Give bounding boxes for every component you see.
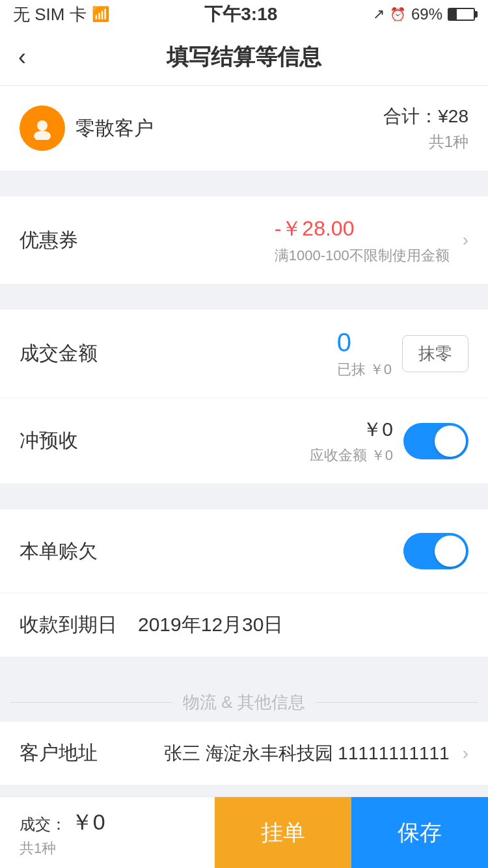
save-button[interactable]: 保存 [351, 797, 488, 869]
logistics-section: 物流 & 其他信息 客户地址 张三 海淀永丰科技园 11111111111 › [0, 683, 488, 785]
coupon-right: -￥28.00 满1000-100不限制使用金额 › [275, 215, 468, 265]
customer-total: 合计：¥28 [383, 104, 468, 129]
coupon-section: 优惠券 -￥28.00 满1000-100不限制使用金额 › [0, 197, 488, 284]
battery-label: 69% [411, 5, 442, 23]
bottom-bar: 成交： ￥0 共1种 挂单 保存 [0, 796, 488, 868]
customer-name: 零散客户 [75, 115, 154, 142]
summary-amount: ￥0 [71, 809, 105, 834]
wifi-icon: 📶 [92, 6, 109, 23]
prepay-toggle[interactable] [403, 423, 468, 459]
debt-label: 本单赊欠 [20, 538, 98, 565]
status-right: ↗ ⏰ 69% [373, 5, 475, 23]
svg-point-1 [34, 131, 51, 140]
prepay-row: 冲预收 ￥0 应收金额 ￥0 [0, 398, 488, 483]
debt-toggle[interactable] [403, 533, 468, 569]
page-title: 填写结算等信息 [167, 42, 321, 72]
address-chevron: › [463, 743, 468, 764]
bottom-summary: 成交： ￥0 共1种 [0, 807, 215, 858]
customer-left: 零散客户 [20, 105, 154, 151]
due-date-row: 收款到期日 2019年12月30日 [0, 593, 488, 657]
content-area: 零散客户 合计：¥28 共1种 优惠券 -￥28.00 满1000-100不限制… [0, 86, 488, 868]
bottom-summary-top: 成交： ￥0 [20, 807, 195, 837]
coupon-row[interactable]: 优惠券 -￥28.00 满1000-100不限制使用金额 › [0, 197, 488, 284]
coupon-label: 优惠券 [20, 227, 98, 254]
toggle-knob [435, 426, 466, 457]
prepay-sub: 应收金额 ￥0 [310, 446, 393, 465]
svg-point-0 [37, 120, 47, 131]
status-bar: 无 SIM 卡 📶 下午3:18 ↗ ⏰ 69% [0, 0, 488, 29]
nav-bar: ‹ 填写结算等信息 [0, 29, 488, 86]
round-zero-button[interactable]: 抹零 [402, 335, 468, 372]
coupon-sub: 满1000-100不限制使用金额 [275, 246, 450, 265]
alarm-icon: ⏰ [390, 7, 406, 22]
deal-value: 0 [337, 328, 392, 357]
coupon-value: -￥28.00 [275, 215, 450, 243]
debt-section: 本单赊欠 收款到期日 2019年12月30日 [0, 509, 488, 657]
status-time: 下午3:18 [204, 2, 277, 27]
divider-line-right [316, 702, 478, 703]
prepay-label: 冲预收 [20, 427, 98, 454]
divider-line-left [10, 702, 172, 703]
bottom-summary-count: 共1种 [20, 839, 195, 858]
back-button[interactable]: ‹ [18, 44, 26, 71]
customer-card: 零散客户 合计：¥28 共1种 [0, 86, 488, 170]
address-value: 张三 海淀永丰科技园 11111111111 [108, 741, 450, 766]
logistics-label: 物流 & 其他信息 [183, 691, 305, 714]
deal-sub: 已抹 ￥0 [337, 360, 392, 379]
debt-toggle-knob [435, 536, 466, 567]
battery-icon [448, 8, 475, 21]
address-label: 客户地址 [20, 740, 98, 766]
customer-count: 共1种 [383, 131, 468, 152]
debt-row: 本单赊欠 [0, 509, 488, 593]
customer-avatar [20, 105, 65, 151]
carrier-label: 无 SIM 卡 [13, 3, 87, 26]
summary-label: 成交： [20, 815, 66, 833]
logistics-divider: 物流 & 其他信息 [0, 683, 488, 722]
customer-summary: 合计：¥28 共1种 [383, 104, 468, 152]
deal-right: 0 已抹 ￥0 抹零 [337, 328, 468, 379]
status-left: 无 SIM 卡 📶 [13, 3, 109, 26]
hang-button[interactable]: 挂单 [215, 797, 351, 869]
prepay-right: ￥0 应收金额 ￥0 [310, 416, 468, 465]
prepay-value: ￥0 [310, 416, 393, 443]
address-row[interactable]: 客户地址 张三 海淀永丰科技园 11111111111 › [0, 722, 488, 785]
coupon-chevron: › [463, 230, 468, 251]
deal-section: 成交金额 0 已抹 ￥0 抹零 冲预收 ￥0 应收金额 ￥0 [0, 310, 488, 483]
location-icon: ↗ [373, 6, 385, 23]
due-label: 收款到期日 [20, 612, 117, 638]
deal-label: 成交金额 [20, 340, 98, 367]
deal-row: 成交金额 0 已抹 ￥0 抹零 [0, 310, 488, 398]
due-value: 2019年12月30日 [138, 612, 283, 638]
